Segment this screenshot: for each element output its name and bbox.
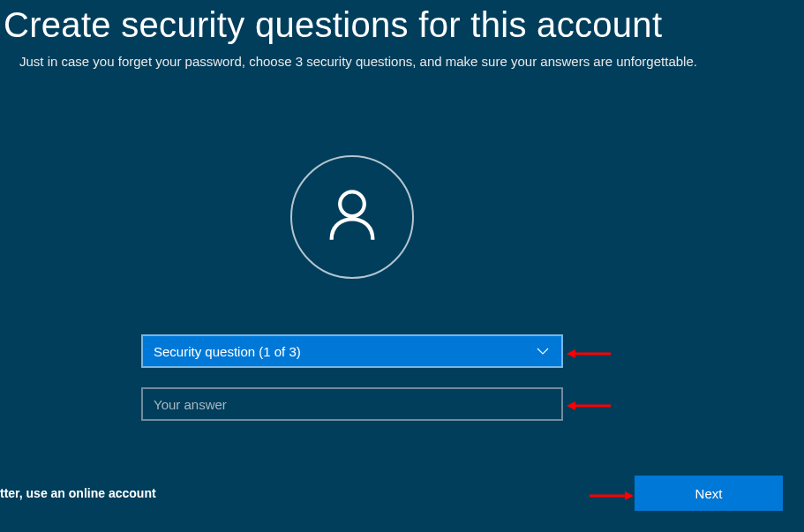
arrow-annotation-icon [590,489,634,505]
chevron-down-icon [535,343,551,359]
answer-input[interactable] [141,387,563,421]
page-subtitle: Just in case you forget your password, c… [0,45,804,69]
next-button[interactable]: Next [635,476,783,511]
security-question-select-label: Security question (1 of 3) [154,344,301,359]
svg-marker-2 [567,349,575,358]
arrow-annotation-icon [567,399,611,415]
user-avatar-circle [290,155,414,279]
svg-point-0 [340,191,364,216]
use-online-account-link[interactable]: tter, use an online account [0,486,156,500]
security-question-select[interactable]: Security question (1 of 3) [141,334,563,368]
svg-marker-6 [625,491,634,500]
arrow-annotation-icon [567,347,611,363]
page-title: Create security questions for this accou… [0,0,804,45]
user-icon [322,185,382,249]
svg-marker-4 [567,401,575,410]
